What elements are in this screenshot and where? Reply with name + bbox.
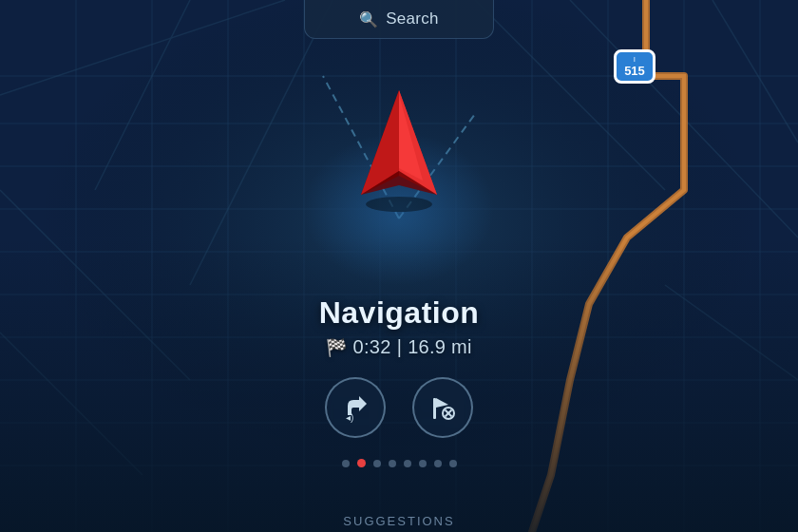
dot-4[interactable] (389, 460, 396, 467)
dot-5[interactable] (404, 460, 411, 467)
svg-marker-44 (436, 398, 448, 408)
nav-title: Navigation (319, 295, 480, 331)
nav-arrow-container (342, 81, 456, 218)
highway-number: 515 (624, 64, 645, 78)
page-dots (342, 459, 457, 467)
dot-7[interactable] (434, 460, 442, 467)
highway-badge: I 515 (614, 49, 656, 84)
search-icon: 🔍 (359, 10, 378, 28)
navigation-panel: Navigation 🏁 0:32 | 16.9 mi ◂) (0, 295, 798, 475)
action-buttons: ◂) (325, 377, 473, 438)
mute-icon: ◂) (340, 392, 370, 423)
nav-distance: 16.9 mi (408, 336, 472, 358)
highway-type: I (624, 55, 645, 64)
nav-info: 🏁 0:32 | 16.9 mi (326, 336, 472, 358)
search-label: Search (386, 10, 439, 28)
cancel-route-button[interactable] (412, 377, 473, 438)
dot-2[interactable] (357, 459, 366, 467)
dot-3[interactable] (373, 460, 381, 467)
svg-point-35 (366, 197, 432, 212)
dot-6[interactable] (419, 460, 427, 467)
dot-1[interactable] (342, 460, 350, 467)
suggestions-label: SUGGESTIONS (343, 514, 454, 532)
svg-text:◂): ◂) (346, 412, 353, 423)
mute-button[interactable]: ◂) (325, 377, 386, 438)
search-bar[interactable]: 🔍 Search (304, 0, 494, 39)
svg-rect-43 (433, 398, 436, 419)
flag-icon: 🏁 (326, 337, 347, 358)
svg-marker-40 (399, 95, 423, 180)
cancel-route-icon (428, 392, 458, 423)
nav-time: 0:32 (352, 336, 390, 358)
dot-8[interactable] (449, 460, 457, 467)
nav-separator: | (397, 336, 403, 358)
navigation-arrow (342, 81, 456, 214)
